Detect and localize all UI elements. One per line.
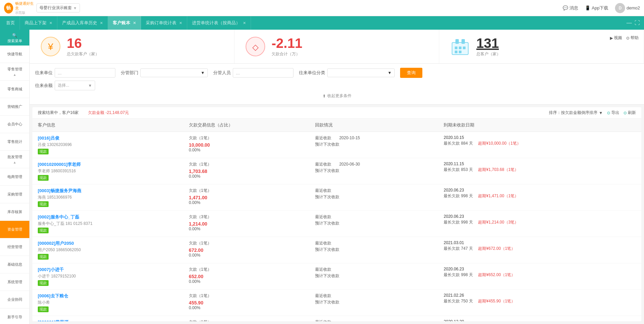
sidebar-item-ecommerce[interactable]: 电商管理 [0, 168, 29, 186]
due-days-6: 最长欠款 750 天 超期¥455.90（1笔） [444, 298, 636, 304]
sidebar-item-batch-mgmt[interactable]: 批发管理 ▲ [0, 151, 29, 168]
sidebar-item-retail-stat[interactable]: 零售统计 [0, 133, 29, 151]
search-button[interactable]: 查询 [400, 68, 422, 78]
customer-table: 客户信息 欠款交易信息（占比） 回款情况 到期未收款日期 [0016]吕俊 吕俊… [32, 119, 641, 321]
debt-amount-5[interactable]: 652.00 [189, 274, 304, 279]
debt-ratio-5: 0.00% [189, 279, 304, 284]
sidebar-search[interactable]: 🔍 搜索菜单 [0, 30, 29, 46]
tab-purchase[interactable]: 采购订单统计表 ✕ [141, 16, 187, 30]
overdue-link-3[interactable]: 超期¥1,214.00（3笔） [478, 220, 519, 225]
customer-info-cell-4: [000002]用户2050 用户2050 18665062050 现款 [32, 237, 184, 263]
svg-rect-10 [455, 51, 457, 53]
sidebar-item-enterprise-coop[interactable]: 企业协同 [0, 291, 29, 308]
sidebar-item-business[interactable]: 经营管理 [0, 238, 29, 256]
export-btn[interactable]: ⊙ 导出 [607, 110, 619, 116]
help-link[interactable]: ⊙ 帮助 [626, 35, 639, 41]
customer-name-7[interactable]: [000001]黄思源 [38, 320, 68, 321]
tab-production-close[interactable]: ✕ [100, 21, 103, 25]
debt-amount-0[interactable]: 10,000.00 [189, 142, 304, 148]
tab-inventory[interactable]: 进货单统计表（按商品） ✕ [187, 16, 251, 30]
company-selector[interactable]: 母婴行业演示账套 ▼ [36, 3, 80, 12]
tab-minimize-btn[interactable]: — [626, 20, 632, 26]
debt-amount-1[interactable]: 1,703.68 [189, 169, 304, 174]
customer-name-5[interactable]: [0007]小进千 [38, 267, 64, 272]
department-select[interactable]: ▼ [140, 68, 208, 77]
sort-dropdown[interactable]: 排序：按欠款金额倒序排序 ▼ [549, 110, 603, 116]
debt-info-cell-5: 欠款（1笔） 652.00 0.00% [184, 263, 310, 290]
due-days-5: 最长欠款 998 天 超期¥652.00（1笔） [444, 272, 636, 278]
customer-name-4[interactable]: [000002]用户2050 [38, 241, 74, 246]
balance-select[interactable]: 选择... ▼ [55, 81, 95, 90]
sidebar-item-purchase-mgmt[interactable]: 采购管理 [0, 186, 29, 203]
debt-customers-label: 总欠款客户（家） [67, 51, 99, 57]
tab-inventory-close[interactable]: ✕ [243, 21, 246, 25]
customer-phone-0: 吕俊 13026203696 [38, 142, 178, 148]
stats-top-right: ▶ 视频 ⊙ 帮助 [610, 35, 639, 41]
next-payment-4: 预计下次收款 [315, 247, 433, 253]
last-payment-0: 最近收款 2020-10-15 [315, 135, 433, 141]
tab-products[interactable]: 商品上下架 ✕ [20, 16, 57, 30]
due-date-6: 2021.02.26 [444, 293, 636, 298]
overdue-link-5[interactable]: 超期¥652.00（1笔） [478, 272, 515, 277]
customer-name-6[interactable]: [0006]去下粮仓 [38, 293, 68, 298]
customer-name-3[interactable]: [0002]服务中心_丁磊 [38, 214, 79, 219]
sidebar-item-marketing[interactable]: 营销推广 [0, 98, 29, 116]
svg-text:◇: ◇ [252, 42, 259, 52]
debt-ratio-3: 0.00% [189, 227, 304, 231]
tab-production[interactable]: 产成品入库单历史 ✕ [57, 16, 108, 30]
debt-amount-2[interactable]: 1,471.00 [189, 195, 304, 200]
svg-rect-5 [455, 39, 459, 44]
tab-customer-close[interactable]: ✕ [133, 21, 136, 25]
recovery-cell-2: 最近收款 预计下次收款 [310, 184, 439, 211]
filter-area: 往来单位 ... 分管部门 ▼ 分管人员 [30, 64, 644, 105]
tab-customer[interactable]: 客户账本 ✕ [108, 16, 141, 30]
debt-amount-label: 欠款合计（万） [272, 51, 302, 57]
due-date-cell-6: 2021.02.26 最长欠款 750 天 超期¥455.90（1笔） [438, 290, 641, 316]
sidebar-item-retail-mall[interactable]: 零售商城 [0, 81, 29, 98]
debt-count-0: 欠款（1笔） [189, 135, 304, 141]
customer-name-0[interactable]: [0016]吕俊 [38, 136, 59, 141]
tab-home[interactable]: 首页 [1, 16, 20, 30]
sidebar-item-capital[interactable]: 资金管理 [0, 221, 29, 238]
source-unit-input[interactable]: ... [55, 68, 115, 78]
overdue-link-2[interactable]: 超期¥1,471.00（1笔） [478, 194, 519, 198]
user-menu[interactable]: D demo2 [615, 3, 640, 13]
person-input[interactable]: ... [233, 68, 293, 78]
debt-amount-4[interactable]: 672.00 [189, 247, 304, 253]
app-download-btn[interactable]: 📱 App下载 [585, 5, 608, 11]
overdue-link-0[interactable]: 超期¥10,000.00（1笔） [478, 141, 521, 146]
sidebar-item-retail-mgmt[interactable]: 零售管理 ▲ [0, 63, 29, 81]
collapse-bar[interactable]: ⬆ 收起更多条件 [35, 92, 639, 100]
overdue-link-4[interactable]: 超期¥672.00（1笔） [478, 246, 515, 251]
customer-name-1[interactable]: [00010200001]李老师 [38, 162, 81, 167]
tab-products-close[interactable]: ✕ [49, 21, 52, 25]
sidebar-item-inventory-check[interactable]: 库存核算 [0, 203, 29, 221]
customer-info-cell-5: [0007]小进千 小进千 18279152100 现款 [32, 263, 184, 290]
sidebar-item-member[interactable]: 会员中心 [0, 116, 29, 133]
debt-amount-3[interactable]: 1,214.00 [189, 221, 304, 227]
message-btn[interactable]: 💬 消息 [563, 5, 578, 11]
recovery-cell-3: 最近收款 预计下次收款 [310, 211, 439, 237]
sidebar-item-system[interactable]: 系统管理 [0, 273, 29, 291]
recovery-cell-4: 最近收款 预计下次收款 [310, 237, 439, 263]
overdue-link-1[interactable]: 超期¥1,703.68（1笔） [478, 167, 519, 172]
sidebar-item-new-guide[interactable]: 新手引导 [0, 308, 29, 324]
unit-category-select[interactable]: ▼ [327, 68, 395, 77]
sidebar: 🔍 搜索菜单 快捷导航 零售管理 ▲ 零售商城 营销推广 会员中心 零售统计 [0, 30, 30, 324]
due-days-2: 最长欠款 998 天 超期¥1,471.00（1笔） [444, 193, 636, 199]
table-row: [0006]去下粮仓 陈小希 现款 欠款（1笔） 455.90 0.00% 最近… [32, 290, 641, 316]
refresh-btn[interactable]: ⊙ 刷新 [623, 110, 636, 116]
sidebar-item-basic-info[interactable]: 基础信息 [0, 256, 29, 273]
tabs-bar: 首页 商品上下架 ✕ 产成品入库单历史 ✕ 客户账本 ✕ 采购订单统计表 ✕ 进… [0, 16, 644, 30]
tab-expand-btn[interactable]: ⛶ [635, 20, 640, 26]
next-payment-5: 预计下次收款 [315, 273, 433, 279]
last-payment-2: 最近收款 [315, 188, 433, 194]
customer-name-2[interactable]: [0003]畅捷服务尹海燕 [38, 188, 81, 193]
video-link[interactable]: ▶ 视频 [610, 35, 622, 41]
tab-purchase-close[interactable]: ✕ [179, 21, 182, 25]
debt-ratio-1: 0.00% [189, 174, 304, 179]
debt-amount-6[interactable]: 455.90 [189, 300, 304, 305]
export-icon: ⊙ [607, 111, 610, 115]
sidebar-item-quick-nav[interactable]: 快捷导航 [0, 46, 29, 63]
overdue-link-6[interactable]: 超期¥455.90（1笔） [478, 299, 515, 303]
